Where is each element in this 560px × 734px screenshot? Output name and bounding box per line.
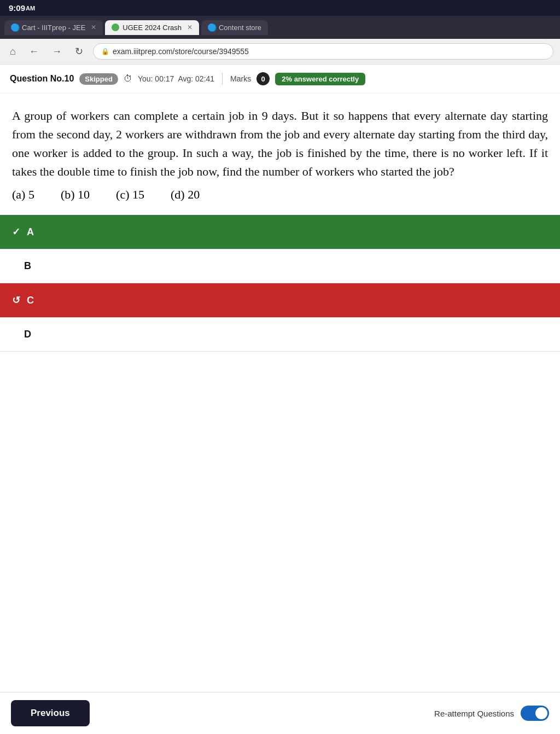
option-c-inline: (c) 15 — [116, 188, 144, 202]
lock-icon: 🔒 — [101, 48, 109, 55]
tab-1-icon: 🌐 — [11, 24, 19, 31]
option-d-icon — [12, 329, 18, 340]
tab-2-close[interactable]: ✕ — [187, 24, 192, 31]
answer-option-a[interactable]: ✓ A — [0, 215, 560, 249]
option-a-letter: A — [27, 226, 34, 238]
answer-option-b[interactable]: B — [0, 249, 560, 283]
tab-3-icon: 🌐 — [208, 24, 215, 31]
toggle-knob — [535, 707, 547, 719]
answer-options: ✓ A B ↺ C D — [0, 215, 560, 352]
option-b-icon — [12, 260, 18, 272]
time-avg: 02:41 — [195, 74, 214, 83]
marks-label: Marks — [230, 74, 251, 83]
question-header: Question No.10 Skipped ⏱ You: 00:17 Avg:… — [0, 65, 560, 94]
question-number: Question No.10 — [10, 74, 74, 84]
tab-2-label: UGEE 2024 Crash — [122, 24, 182, 32]
time-you: 00:17 — [155, 74, 174, 83]
tab-3-label: Content store — [219, 24, 261, 32]
previous-button[interactable]: Previous — [11, 700, 90, 726]
browser-tab-3[interactable]: 🌐 Content store — [201, 20, 268, 35]
answer-option-d[interactable]: D — [0, 318, 560, 352]
browser-tab-2[interactable]: UGEE 2024 Crash ✕ — [105, 20, 199, 35]
option-a-check-icon: ✓ — [12, 226, 20, 238]
option-c-retry-icon: ↺ — [12, 294, 20, 306]
option-a-inline: (a) 5 — [12, 188, 34, 202]
time-info: You: 00:17 Avg: 02:41 — [138, 74, 214, 83]
question-area: Question No.10 Skipped ⏱ You: 00:17 Avg:… — [0, 65, 560, 352]
url-bar[interactable]: 🔒 exam.iiitprep.com/store/course/3949555 — [93, 43, 553, 60]
answer-option-c[interactable]: ↺ C — [0, 283, 560, 318]
browser-tab-1[interactable]: 🌐 Cart - IIITprep - JEE ✕ — [4, 20, 103, 35]
footer: Previous Re-attempt Questions — [0, 692, 560, 734]
status-time: 9:09 — [9, 3, 25, 13]
question-text: A group of workers can complete a certai… — [12, 107, 548, 181]
home-button[interactable]: ⌂ — [7, 45, 19, 59]
option-d-inline: (d) 20 — [171, 188, 200, 202]
refresh-button[interactable]: ↻ — [72, 44, 86, 59]
address-bar: ⌂ ← → ↻ 🔒 exam.iiitprep.com/store/course… — [0, 39, 560, 65]
tab-1-label: Cart - IIITprep - JEE — [22, 24, 85, 32]
option-d-letter: D — [24, 329, 31, 340]
status-period: AM — [26, 5, 35, 11]
status-bar: 9:09 AM — [0, 0, 560, 16]
tab-1-close[interactable]: ✕ — [91, 24, 96, 31]
reattempt-toggle[interactable] — [521, 706, 549, 721]
forward-button[interactable]: → — [49, 45, 65, 59]
reattempt-label: Re-attempt Questions — [434, 709, 514, 718]
option-b-letter: B — [24, 260, 31, 272]
back-button[interactable]: ← — [26, 45, 42, 59]
skipped-badge: Skipped — [79, 73, 118, 85]
divider — [222, 73, 223, 85]
timer-icon: ⏱ — [124, 74, 132, 84]
option-b-inline: (b) 10 — [61, 188, 90, 202]
marks-value: 0 — [256, 72, 270, 85]
reattempt-area: Re-attempt Questions — [434, 706, 549, 721]
options-inline: (a) 5 (b) 10 (c) 15 (d) 20 — [12, 188, 548, 202]
question-body: A group of workers can complete a certai… — [0, 94, 560, 211]
option-c-letter: C — [27, 295, 34, 306]
browser-tab-bar: 🌐 Cart - IIITprep - JEE ✕ UGEE 2024 Cras… — [0, 16, 560, 39]
url-text: exam.iiitprep.com/store/course/3949555 — [113, 47, 249, 56]
correct-badge: 2% answered correctly — [275, 73, 365, 85]
tab-2-icon — [112, 24, 119, 31]
